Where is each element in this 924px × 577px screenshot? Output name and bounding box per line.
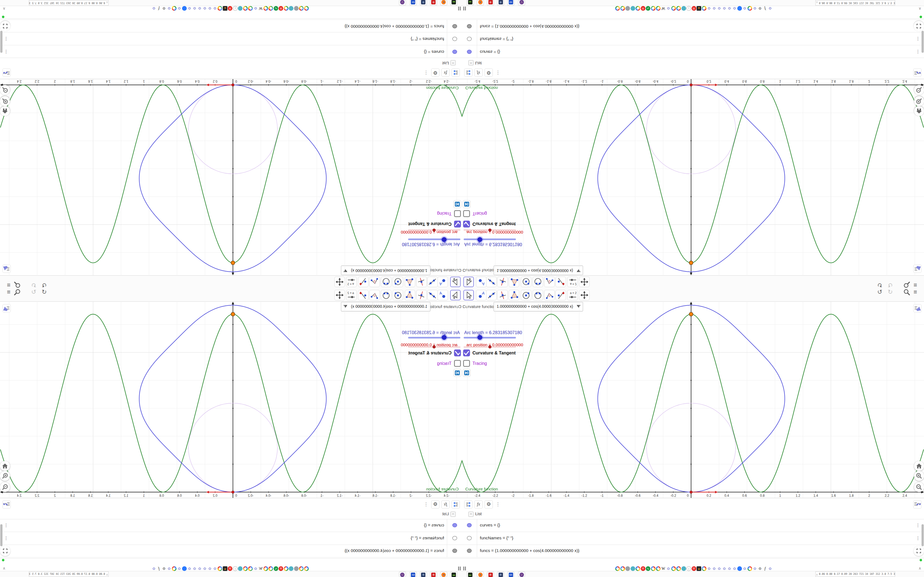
tab-favicon-orb2[interactable]: [238, 566, 243, 571]
algebra-stylebar-toggle[interactable]: [913, 68, 922, 77]
tool-perpendicular-line[interactable]: [497, 290, 508, 300]
tab-favicon-g[interactable]: [218, 6, 223, 11]
tab-favicon-gear[interactable]: ⚙: [162, 566, 166, 571]
visibility-toggle-white[interactable]: [467, 37, 472, 41]
floppy-64-icon[interactable]: 64: [410, 572, 417, 577]
tab-favicon-flower[interactable]: ✿: [712, 566, 717, 571]
tab-favicon-ya[interactable]: Я: [641, 6, 645, 11]
pause-icon[interactable]: [458, 6, 460, 10]
tab-favicon-f[interactable]: f: [157, 566, 162, 571]
tab-favicon-g[interactable]: [263, 566, 268, 571]
tool-reflect-about-line[interactable]: [358, 277, 368, 287]
row-kebab-menu[interactable]: ⋮: [916, 535, 920, 541]
tab-favicon-photos[interactable]: ▲: [696, 6, 701, 11]
tab-favicon-g[interactable]: [651, 566, 656, 571]
system-monitor-icon[interactable]: ⚙: [497, 572, 504, 577]
tab-favicon-flower[interactable]: ✿: [707, 6, 711, 11]
undo-icon[interactable]: ↺: [42, 288, 47, 296]
algebra-kebab-menu[interactable]: ⋮: [496, 501, 500, 507]
tracing-checkbox[interactable]: [463, 210, 470, 217]
floppy-64-icon[interactable]: 64: [507, 0, 514, 5]
tab-favicon-g[interactable]: [620, 566, 625, 571]
step-forward-button[interactable]: [454, 369, 461, 377]
tab-favicon-flower[interactable]: ✿: [253, 566, 258, 571]
tab-favicon-g[interactable]: [635, 566, 640, 571]
search-icon[interactable]: [14, 288, 21, 297]
settings-red-icon[interactable]: ⚙: [430, 572, 437, 577]
tab-favicon-flower[interactable]: ✿: [192, 566, 197, 571]
tab-favicon-gear[interactable]: ⚙: [758, 6, 762, 11]
tool-move-graphics-view[interactable]: [579, 277, 590, 287]
firefox-icon[interactable]: ●: [477, 0, 484, 5]
tool-slider[interactable]: a = 2: [346, 290, 357, 300]
tab-favicon-orb1[interactable]: [294, 566, 299, 571]
tool-perpendicular-line[interactable]: [416, 290, 427, 300]
graphics-view[interactable]: -2.4-2.2-2-1.8-1.6-1.4-1.2-1-0.8-0.6-0.4…: [0, 79, 462, 276]
tool-point[interactable]: A: [438, 277, 448, 287]
tab-favicon-ya[interactable]: Я: [228, 6, 233, 11]
tool-point[interactable]: A: [438, 290, 448, 300]
tab-favicon-g[interactable]: [299, 566, 304, 571]
settings-gear-button[interactable]: ⚙: [485, 500, 493, 509]
tab-favicon-flower[interactable]: ✿: [727, 566, 732, 571]
tool-point[interactable]: A: [476, 277, 486, 287]
zoom-out-button[interactable]: [914, 482, 924, 492]
tab-favicon-g[interactable]: [304, 566, 309, 571]
gimp-icon[interactable]: ツ: [518, 572, 525, 577]
tab-favicon-photos[interactable]: ▲: [223, 6, 228, 11]
row-kebab-menu[interactable]: ⋮: [4, 49, 8, 55]
settings-red-icon[interactable]: ⚙: [487, 0, 494, 5]
graphics-view[interactable]: -2.4-2.2-2-1.8-1.6-1.4-1.2-1-0.8-0.6-0.4…: [462, 79, 924, 276]
algebra-stylebar-toggle[interactable]: [913, 500, 922, 509]
home-view-button[interactable]: [914, 106, 924, 116]
zoom-in-button[interactable]: [0, 471, 10, 481]
system-monitor-icon[interactable]: ⚙: [497, 0, 504, 5]
pause-icon[interactable]: [464, 567, 466, 571]
tab-favicon-flower[interactable]: ✿: [202, 566, 207, 571]
tool-reflect-about-line[interactable]: [358, 290, 368, 300]
algebra-row[interactable]: funcNames = {" "}⋮: [462, 532, 924, 545]
tool-slider[interactable]: a = 2: [346, 277, 357, 287]
tab-favicon-flower[interactable]: ✿: [666, 566, 671, 571]
tab-favicon-flower[interactable]: ✿: [208, 566, 212, 571]
tab-favicon-orb2[interactable]: [289, 566, 294, 571]
arc-length-slider-handle[interactable]: [477, 237, 482, 242]
step-forward-button[interactable]: [463, 200, 470, 208]
tab-favicon-flower[interactable]: ✿: [192, 6, 197, 11]
zoom-out-button[interactable]: [0, 85, 10, 95]
menu-icon[interactable]: ≡: [914, 288, 917, 296]
archive-manager-icon[interactable]: ▬: [451, 572, 457, 577]
tab-favicon-g[interactable]: [702, 6, 706, 11]
menu-icon[interactable]: ≡: [7, 281, 10, 288]
tool-slider[interactable]: a = 2: [567, 277, 578, 287]
settings-red-icon[interactable]: ⚙: [430, 0, 437, 5]
tab-favicon-g[interactable]: [218, 566, 223, 571]
graphics-view[interactable]: -2.4-2.2-2-1.8-1.6-1.4-1.2-1-0.8-0.6-0.4…: [462, 301, 924, 498]
tab-favicon-flower[interactable]: ✿: [152, 6, 156, 11]
algebra-row[interactable]: funcs = {1.000000000000 + cos(4.00000000…: [462, 19, 924, 32]
menu-icon[interactable]: ≡: [7, 288, 10, 296]
tool-perpendicular-line[interactable]: [416, 277, 427, 287]
tab-favicon-flower[interactable]: ✿: [152, 566, 156, 571]
archive-manager-icon[interactable]: ▬: [467, 0, 473, 5]
tab-favicon-flower[interactable]: ✿: [743, 566, 747, 571]
arc-position-slider[interactable]: [408, 230, 460, 230]
algebra-scrollbar[interactable]: [922, 31, 924, 53]
tab-favicon-bluedot[interactable]: [737, 6, 742, 11]
tool-move-select[interactable]: [450, 277, 460, 287]
undo-icon[interactable]: ↺: [877, 281, 882, 288]
tool-point[interactable]: A: [476, 290, 486, 300]
arc-position-slider-handle[interactable]: [433, 229, 436, 232]
fullscreen-button[interactable]: [914, 546, 924, 556]
tab-favicon-f[interactable]: f: [763, 566, 767, 571]
tab-favicon-info[interactable]: i: [687, 6, 691, 11]
tab-favicon-flower[interactable]: ✿: [197, 6, 202, 11]
tab-favicon-g[interactable]: [248, 6, 253, 11]
tool-perpendicular-line[interactable]: [497, 277, 508, 287]
tool-angle[interactable]: α: [544, 290, 555, 300]
tab-favicon-info[interactable]: i: [687, 566, 691, 571]
tool-angle[interactable]: α: [369, 290, 380, 300]
row-kebab-menu[interactable]: ⋮: [4, 522, 8, 528]
tool-reflect-about-line[interactable]: [556, 277, 566, 287]
curvature-tangent-checkbox[interactable]: [454, 350, 461, 356]
